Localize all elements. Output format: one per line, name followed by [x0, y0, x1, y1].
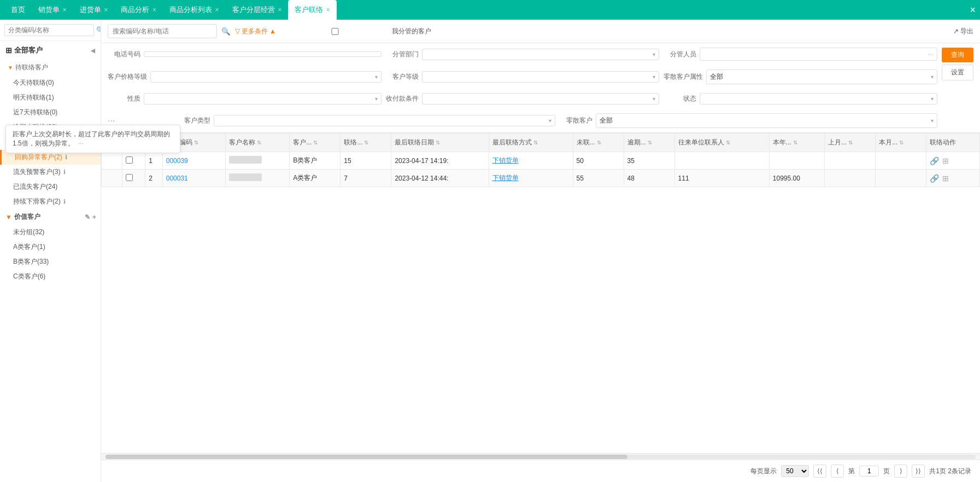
current-page-input[interactable]: [859, 466, 879, 477]
all-customers-section[interactable]: ⊞ 全部客户 ◀: [0, 41, 101, 60]
nav-customer-segment-close[interactable]: ×: [278, 6, 281, 14]
type-sort-icon[interactable]: ⇅: [313, 140, 318, 146]
tomorrow-pending[interactable]: 明天待联络(1): [0, 90, 101, 105]
not-contact-sort-icon[interactable]: ⇅: [597, 140, 601, 146]
row1-last-method[interactable]: 下销货单: [489, 152, 573, 170]
row1-link-icon[interactable]: 🔗: [930, 156, 939, 165]
sidebar-search-icon[interactable]: 🔍: [96, 26, 101, 34]
name-sort-icon[interactable]: ⇅: [257, 140, 261, 146]
row1-qr-icon[interactable]: ⊞: [942, 156, 949, 165]
this-month-sort-icon[interactable]: ⇅: [899, 140, 903, 146]
collapse-btn[interactable]: ◀: [91, 48, 95, 54]
declining[interactable]: 持续下滑客户(2) ℹ: [0, 194, 101, 209]
search-input[interactable]: [108, 24, 217, 38]
nav-analysis-close[interactable]: ×: [152, 6, 156, 14]
nav-customer-contact-close[interactable]: ×: [326, 6, 330, 14]
row1-last-date: 2023-04-17 14:19:: [391, 152, 489, 170]
value-group[interactable]: ▼ 价值客户 ✎ +: [0, 209, 101, 225]
nav-purchase-close[interactable]: ×: [104, 6, 108, 14]
branch-person-input[interactable]: ···: [700, 48, 937, 61]
company-contact-sort-icon[interactable]: ⇅: [726, 140, 730, 146]
last-page-btn[interactable]: ⟩⟩: [912, 464, 925, 478]
code-sort-icon[interactable]: ⇅: [194, 140, 198, 146]
search-button[interactable]: 🔍: [221, 27, 231, 36]
value-edit-icon[interactable]: ✎: [85, 213, 90, 221]
value-c[interactable]: C类客户(6): [0, 269, 101, 284]
page-end-label: 页: [883, 467, 890, 476]
contact-sort-icon[interactable]: ⇅: [364, 140, 368, 146]
col-last-month: 上月... ⇅: [824, 133, 875, 152]
row2-not-contact: 55: [573, 170, 624, 187]
nav-home[interactable]: 首页: [4, 0, 32, 20]
table-row: 1 000039 B类客户 15 2023-04-17 14:19: 下销货单: [102, 152, 980, 170]
row2-last-method[interactable]: 下销货单: [489, 170, 573, 187]
value-add-icon[interactable]: +: [92, 213, 96, 221]
payment-field: 收付款条件 ▾: [386, 93, 660, 104]
overdue-sort-icon[interactable]: ⇅: [648, 140, 652, 146]
this-year-sort-icon[interactable]: ⇅: [793, 140, 797, 146]
gender-select[interactable]: ▾: [144, 93, 382, 104]
window-close-btn[interactable]: ×: [970, 4, 976, 16]
nav-sales-close[interactable]: ×: [63, 6, 67, 14]
method-sort-icon[interactable]: ⇅: [533, 140, 538, 146]
pending-group[interactable]: ▼ 待联络客户: [0, 60, 101, 76]
sidebar-search-input[interactable]: [4, 24, 94, 36]
value-b[interactable]: B类客户(33): [0, 254, 101, 269]
prev-page-btn[interactable]: ⟨: [831, 464, 844, 478]
date-sort-icon[interactable]: ⇅: [436, 140, 440, 146]
query-button[interactable]: 查询: [942, 48, 973, 62]
nav-analysis-list-close[interactable]: ×: [215, 6, 219, 14]
more-filter-ellipsis[interactable]: ···: [108, 116, 115, 126]
phone-input[interactable]: [144, 51, 382, 57]
today-pending[interactable]: 今天待联络(0): [0, 76, 101, 90]
row1-select-checkbox[interactable]: [126, 156, 133, 164]
customer-level-select[interactable]: ▾: [422, 71, 660, 83]
nav-customer-contact[interactable]: 客户联络 ×: [288, 0, 337, 20]
per-page-select[interactable]: 50 100 200: [781, 465, 809, 477]
export-icon: ↗: [953, 27, 959, 35]
extended-filters: 电话号码 分管部门 ▾ 分管人员: [101, 43, 980, 133]
my-customers-checkbox-label[interactable]: 我分管的客户: [280, 27, 431, 36]
row1-code[interactable]: 000039: [162, 152, 225, 170]
retail-customer-select[interactable]: 全部 ▾: [596, 113, 937, 128]
row2-link-icon[interactable]: 🔗: [930, 174, 939, 183]
last-month-sort-icon[interactable]: ⇅: [848, 140, 853, 146]
tooltip-ellipsis: ···: [78, 140, 84, 147]
retail-attr-select[interactable]: 全部 ▾: [706, 69, 937, 84]
week-pending[interactable]: 近7天待联络(0): [0, 105, 101, 120]
nav-customer-segment[interactable]: 客户分层经营 ×: [226, 0, 289, 20]
next-page-btn[interactable]: ⟩: [894, 464, 907, 478]
already-lost[interactable]: 已流失客户(24): [0, 179, 101, 194]
price-level-select[interactable]: ▾: [150, 71, 382, 83]
horizontal-scrollbar[interactable]: [101, 453, 980, 460]
nav-analysis[interactable]: 商品分析 ×: [114, 0, 163, 20]
col-contact: 联络... ⇅: [341, 133, 391, 152]
table-wrapper[interactable]: ⚙ 客户编码 ⇅: [101, 133, 980, 453]
status-field: 状态 ▾: [664, 93, 937, 104]
row2-method-link[interactable]: 下销货单: [492, 174, 519, 182]
row1-method-link[interactable]: 下销货单: [492, 156, 519, 164]
my-customers-checkbox[interactable]: [280, 28, 390, 35]
nav-sales[interactable]: 销货单 ×: [32, 0, 73, 20]
more-conditions-btn[interactable]: ▽ 更多条件 ▲: [235, 27, 276, 36]
value-a[interactable]: A类客户(1): [0, 240, 101, 254]
nav-analysis-list[interactable]: 商品分析列表 ×: [163, 0, 226, 20]
row2-qr-icon[interactable]: ⊞: [942, 174, 949, 183]
row1-this-month: [876, 152, 926, 170]
row2-select-checkbox[interactable]: [126, 174, 133, 181]
payment-select[interactable]: ▾: [422, 93, 660, 104]
value-ungroup[interactable]: 未分组(32): [0, 225, 101, 240]
branch-dept-select[interactable]: ▾: [422, 49, 660, 60]
nav-purchase[interactable]: 进货单 ×: [73, 0, 115, 20]
status-select[interactable]: ▾: [700, 93, 937, 104]
col-action: 联络动作: [926, 133, 980, 152]
row2-code[interactable]: 000031: [162, 170, 225, 187]
first-page-btn[interactable]: ⟨⟨: [813, 464, 826, 478]
export-button[interactable]: ↗ 导出: [953, 27, 973, 36]
ellipsis-field: ···: [108, 116, 173, 126]
total-label: 共1页 2条记录: [929, 467, 971, 476]
settings-button[interactable]: 设置: [942, 65, 973, 80]
scroll-thumb[interactable]: [105, 455, 627, 459]
customer-type-select[interactable]: ▾: [214, 115, 555, 126]
lost-preview[interactable]: 流失预警客户(3) ℹ: [0, 165, 101, 179]
